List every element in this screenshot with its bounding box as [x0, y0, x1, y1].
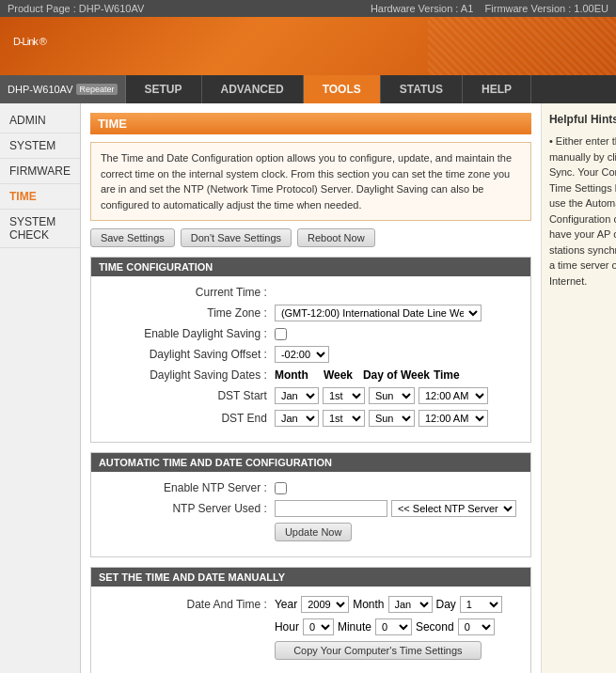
sidebar-item-firmware[interactable]: FIRMWARE: [0, 159, 80, 184]
product-label: Product Page : DHP-W610AV: [8, 3, 144, 14]
sidebar-item-system[interactable]: SYSTEM: [0, 133, 80, 159]
month-label: Month: [353, 598, 384, 611]
sidebar-item-time[interactable]: TIME: [0, 184, 80, 210]
time-row: Hour 0123 Minute 0153045 Second 0153045: [105, 618, 516, 635]
tab-advanced[interactable]: ADVANCED: [202, 75, 304, 103]
hour-label: Hour: [275, 620, 299, 634]
col-week: Week: [324, 368, 363, 382]
version-info: Hardware Version : A1 Firmware Version :…: [371, 3, 608, 14]
hints-title: Helpful Hints...: [549, 111, 616, 128]
info-box: The Time and Date Configuration option a…: [90, 142, 531, 221]
ntp-server-input[interactable]: [275, 500, 387, 517]
year-select[interactable]: 200920102011: [301, 596, 349, 613]
date-time-row: Date And Time : Year 200920102011 Month …: [105, 596, 516, 613]
timezone-label: Time Zone :: [105, 306, 275, 320]
dst-start-label: DST Start: [105, 389, 275, 402]
repeater-badge: Repeater: [76, 84, 117, 95]
day-label: Day: [436, 598, 456, 611]
dst-start-row: DST Start JanFebMarApr MayJunJulAug SepO…: [105, 387, 516, 404]
tab-setup[interactable]: SETUP: [126, 75, 202, 103]
hints-text: • Either enter the time manually by clic…: [549, 133, 616, 289]
enable-ntp-checkbox[interactable]: [275, 482, 287, 494]
header: D-Link®: [0, 17, 616, 75]
sidebar-item-admin[interactable]: ADMIN: [0, 108, 80, 133]
copy-time-row: Copy Your Computer's Time Settings: [105, 641, 516, 660]
timezone-select[interactable]: (GMT-12:00) International Date Line West: [275, 305, 482, 321]
ntp-server-label: NTP Server Used :: [105, 502, 275, 515]
content-area: TIME The Time and Date Configuration opt…: [81, 103, 541, 673]
hour-select[interactable]: 0123: [303, 618, 334, 635]
copy-time-button[interactable]: Copy Your Computer's Time Settings: [275, 641, 482, 660]
auto-time-section: AUTOMATIC TIME AND DATE CONFIGURATION En…: [90, 452, 531, 557]
minute-label: Minute: [338, 620, 371, 634]
sidebar: ADMIN SYSTEM FIRMWARE TIME SYSTEM CHECK: [0, 103, 81, 673]
time-config-body: Current Time : Time Zone : (GMT-12:00) I…: [91, 276, 530, 442]
update-now-row: Update Now: [105, 523, 516, 541]
second-label: Second: [416, 620, 454, 634]
dst-end-row: DST End JanFebMarApr MayJunJulAug SepOct…: [105, 410, 516, 427]
date-time-label: Date And Time :: [105, 598, 275, 611]
dst-start-day[interactable]: SunMonTueWed ThuFriSat: [369, 387, 415, 404]
dst-offset-select[interactable]: -02:00: [275, 346, 329, 363]
minute-select[interactable]: 0153045: [375, 618, 412, 635]
enable-dst-label: Enable Daylight Saving :: [105, 327, 275, 340]
col-month: Month: [275, 368, 324, 382]
tab-tools[interactable]: TOOLS: [304, 75, 381, 103]
dst-end-month[interactable]: JanFebMarApr MayJunJulAug SepOctNovDec: [275, 410, 319, 427]
enable-ntp-row: Enable NTP Server :: [105, 481, 516, 494]
time-config-title: TIME CONFIGURATION: [91, 258, 530, 276]
dst-start-month[interactable]: JanFebMarApr MayJunJulAug SepOctNovDec: [275, 387, 319, 404]
year-label: Year: [275, 598, 297, 611]
dst-dates-header-row: Daylight Saving Dates : Month Week Day o…: [105, 368, 516, 382]
logo: D-Link®: [11, 31, 46, 61]
manual-time-title: SET THE TIME AND DATE MANUALLY: [91, 568, 530, 587]
col-time: Time: [434, 368, 490, 382]
month-select[interactable]: JanFebMarApr MayJunJulAug SepOctNovDec: [388, 596, 433, 613]
dont-save-button-top[interactable]: Don't Save Settings: [181, 228, 292, 247]
dst-start-week[interactable]: 1st2nd3rd4th: [323, 387, 365, 404]
time-config-section: TIME CONFIGURATION Current Time : Time Z…: [90, 257, 531, 443]
dst-end-day[interactable]: SunMonTueWed ThuFriSat: [369, 410, 415, 427]
manual-time-body: Date And Time : Year 200920102011 Month …: [91, 587, 530, 673]
dst-end-label: DST End: [105, 412, 275, 425]
col-dayofweek: Day of Week: [363, 368, 434, 382]
ntp-server-row: NTP Server Used : << Select NTP Server: [105, 500, 516, 517]
top-button-row: Save Settings Don't Save Settings Reboot…: [90, 228, 531, 247]
ntp-server-select[interactable]: << Select NTP Server: [391, 500, 516, 517]
enable-dst-checkbox[interactable]: [275, 328, 287, 340]
second-select[interactable]: 0153045: [458, 618, 495, 635]
enable-ntp-label: Enable NTP Server :: [105, 481, 275, 494]
reboot-button-top[interactable]: Reboot Now: [297, 228, 375, 247]
day-select[interactable]: 12345: [460, 596, 502, 613]
dst-end-week[interactable]: 1st2nd3rd4th: [323, 410, 365, 427]
auto-time-body: Enable NTP Server : NTP Server Used : <<…: [91, 472, 530, 556]
top-bar: Product Page : DHP-W610AV Hardware Versi…: [0, 0, 616, 17]
dst-offset-label: Daylight Saving Offset :: [105, 348, 275, 361]
sidebar-item-systemcheck[interactable]: SYSTEM CHECK: [0, 210, 80, 248]
enable-dst-row: Enable Daylight Saving :: [105, 327, 516, 340]
dst-start-time[interactable]: 12:00 AM: [419, 387, 488, 404]
current-time-label: Current Time :: [105, 286, 275, 299]
main-layout: ADMIN SYSTEM FIRMWARE TIME SYSTEM CHECK …: [0, 103, 616, 673]
timezone-row: Time Zone : (GMT-12:00) International Da…: [105, 305, 516, 321]
nav-tabs: DHP-W610AV Repeater SETUP ADVANCED TOOLS…: [0, 75, 616, 103]
dst-end-time[interactable]: 12:00 AM: [419, 410, 488, 427]
dst-offset-row: Daylight Saving Offset : -02:00: [105, 346, 516, 363]
tab-help[interactable]: HELP: [463, 75, 531, 103]
tab-status[interactable]: STATUS: [381, 75, 463, 103]
dst-dates-label: Daylight Saving Dates :: [105, 368, 275, 382]
device-label: DHP-W610AV Repeater: [0, 75, 126, 103]
hints-panel: Helpful Hints... • Either enter the time…: [541, 103, 616, 673]
manual-time-section: SET THE TIME AND DATE MANUALLY Date And …: [90, 567, 531, 673]
current-time-row: Current Time :: [105, 286, 516, 299]
page-title: TIME: [90, 113, 531, 134]
auto-time-title: AUTOMATIC TIME AND DATE CONFIGURATION: [91, 453, 530, 472]
save-settings-button-top[interactable]: Save Settings: [90, 228, 175, 247]
update-now-button[interactable]: Update Now: [275, 523, 353, 541]
